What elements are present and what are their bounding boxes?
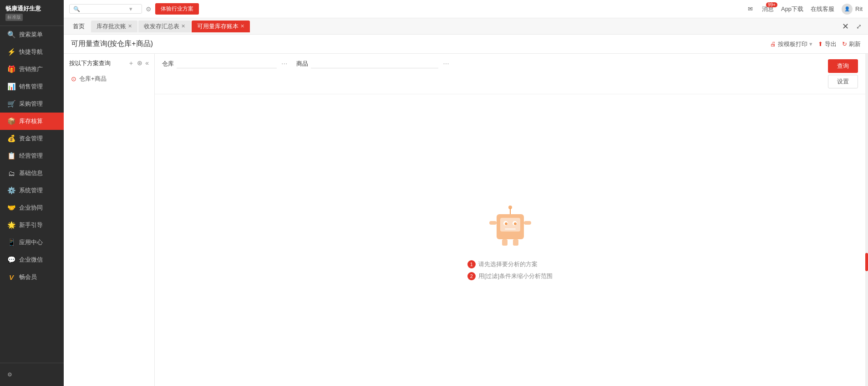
money-icon: 💰 <box>7 134 15 143</box>
app-version: 标准版 <box>5 14 23 21</box>
empty-state: 1 请先选择要分析的方案 2 用[过滤]条件来缩小分析范围 <box>155 94 865 386</box>
refresh-button[interactable]: ↻ 刷新 <box>842 40 861 48</box>
search-icon: 🔍 <box>7 31 15 39</box>
sidebar-bottom-settings[interactable]: ⚙ <box>5 368 59 381</box>
scrollbar-thumb[interactable] <box>865 253 868 271</box>
sidebar-item-basic[interactable]: 🗂 基础信息 <box>0 165 64 182</box>
user-name: Rit <box>855 5 863 12</box>
sidebar: 畅康通好生意 标准版 🔍 搜索菜单 ⚡ 快捷导航 🎁 营销推广 📊 销售管理 🛒… <box>0 0 64 386</box>
scheme-item-warehouse-goods[interactable]: ⊙ 仓库+商品 <box>64 71 154 87</box>
goods-input[interactable] <box>311 59 438 68</box>
sidebar-item-marketing[interactable]: 🎁 营销推广 <box>0 61 64 78</box>
warehouse-more-icon[interactable]: ··· <box>281 60 287 68</box>
print-icon: 🖨 <box>770 41 776 47</box>
empty-illustration <box>483 198 538 253</box>
left-panel-header: 按以下方案查询 ＋ ⊛ « <box>64 57 154 71</box>
tab-batch-ledger-close[interactable]: ✕ <box>128 23 132 29</box>
app-download-link[interactable]: App下载 <box>781 5 803 13</box>
sidebar-nav: 🔍 搜索菜单 ⚡ 快捷导航 🎁 营销推广 📊 销售管理 🛒 采购管理 📦 库存核… <box>0 26 64 363</box>
settings-scheme-icon[interactable]: ⊛ <box>137 59 142 67</box>
print-dropdown-icon[interactable]: ▾ <box>809 41 812 47</box>
settings-icon: ⚙ <box>7 371 12 378</box>
svg-point-8 <box>508 206 512 209</box>
tab-recv-summary-label: 收发存汇总表 <box>144 22 179 31</box>
tab-available-ledger[interactable]: 可用量库存账本 ✕ <box>192 21 250 32</box>
svg-rect-12 <box>524 221 531 225</box>
avatar[interactable]: 👤 <box>842 4 853 15</box>
export-icon: ⬆ <box>818 41 823 47</box>
industry-solution-button[interactable]: 体验行业方案 <box>155 3 199 15</box>
tab-close-button[interactable]: ✕ <box>839 21 852 32</box>
refresh-icon: ↻ <box>842 41 847 47</box>
dropdown-icon[interactable]: ▾ <box>129 5 132 12</box>
add-scheme-icon[interactable]: ＋ <box>128 59 134 67</box>
sidebar-item-inventory[interactable]: 📦 库存核算 <box>0 113 64 130</box>
right-scrollbar[interactable] <box>865 54 868 386</box>
warehouse-input[interactable] <box>177 59 277 68</box>
sidebar-item-newbie[interactable]: 🌟 新手引导 <box>0 216 64 234</box>
topbar-gear-icon[interactable]: ⚙ <box>146 5 152 13</box>
export-button[interactable]: ⬆ 导出 <box>818 40 837 48</box>
gift-icon: 🎁 <box>7 65 15 73</box>
hint-num-2: 2 <box>467 272 476 280</box>
tab-recv-summary-close[interactable]: ✕ <box>181 23 185 29</box>
tab-expand-button[interactable]: ⤢ <box>853 22 864 31</box>
svg-point-4 <box>505 222 508 225</box>
content-body: 按以下方案查询 ＋ ⊛ « ⊙ 仓库+商品 仓库 ··· <box>64 54 868 386</box>
settings-button[interactable]: 设置 <box>828 75 858 88</box>
sidebar-item-purchase[interactable]: 🛒 采购管理 <box>0 95 64 113</box>
scheme-item-label: 仓库+商品 <box>79 75 107 83</box>
warehouse-label: 仓库 <box>162 60 174 68</box>
svg-point-5 <box>514 222 517 225</box>
tab-home-label: 首页 <box>73 22 85 31</box>
tab-available-ledger-close[interactable]: ✕ <box>240 23 244 29</box>
left-panel-title: 按以下方案查询 <box>69 59 111 67</box>
topbar-search-input[interactable] <box>82 6 127 12</box>
topbar-search-box[interactable]: 🔍 ▾ <box>69 4 142 14</box>
message-icon-container[interactable]: ✉ 99+ 消息 <box>748 5 774 13</box>
sidebar-item-corp[interactable]: 🤝 企业协同 <box>0 199 64 216</box>
svg-rect-11 <box>489 221 497 225</box>
empty-hint-1: 1 请先选择要分析的方案 <box>467 258 553 270</box>
handshake-icon: 🤝 <box>7 204 15 212</box>
filter-section: 仓库 ··· 商品 ··· 查询 设置 <box>155 54 865 94</box>
sidebar-item-wechat[interactable]: 💬 企业微信 <box>0 251 64 268</box>
goods-label: 商品 <box>296 60 308 68</box>
sidebar-item-sales[interactable]: 📊 销售管理 <box>0 78 64 95</box>
sidebar-logo: 畅康通好生意 标准版 <box>0 0 64 26</box>
tab-home[interactable]: 首页 <box>67 21 90 32</box>
sidebar-item-member[interactable]: V 畅会员 <box>0 268 64 286</box>
left-panel-actions: ＋ ⊛ « <box>128 59 149 67</box>
topbar-search-icon: 🔍 <box>73 6 80 12</box>
online-service-link[interactable]: 在线客服 <box>811 5 834 13</box>
sidebar-item-operations[interactable]: 📋 经营管理 <box>0 147 64 165</box>
main-area: 🔍 ▾ ⚙ 体验行业方案 ✉ 99+ 消息 App下载 在线客服 👤 Rit 首… <box>64 0 868 386</box>
sidebar-item-shortcut[interactable]: ⚡ 快捷导航 <box>0 43 64 61</box>
sidebar-item-finance[interactable]: 💰 资金管理 <box>0 130 64 147</box>
sidebar-item-appcenter[interactable]: 📱 应用中心 <box>0 234 64 251</box>
hint-text-1: 请先选择要分析的方案 <box>478 258 538 270</box>
tab-batch-ledger[interactable]: 库存批次账 ✕ <box>91 21 137 32</box>
tab-recv-summary[interactable]: 收发存汇总表 ✕ <box>138 21 191 32</box>
goods-more-icon[interactable]: ··· <box>443 60 449 68</box>
topbar-right: ✉ 99+ 消息 App下载 在线客服 👤 Rit <box>748 4 863 15</box>
app-name: 畅康通好生意 <box>5 5 58 13</box>
clipboard-icon: 📋 <box>7 152 15 160</box>
tab-batch-ledger-label: 库存批次账 <box>96 22 126 31</box>
collapse-panel-icon[interactable]: « <box>145 59 149 67</box>
scheme-icon: ⊙ <box>71 75 76 82</box>
vip-icon: V <box>7 273 15 281</box>
sidebar-bottom: ⚙ <box>0 363 64 386</box>
sidebar-item-system[interactable]: ⚙️ 系统管理 <box>0 182 64 199</box>
hint-text-2: 用[过滤]条件来缩小分析范围 <box>478 270 553 282</box>
content-header: 可用量查询(按仓库+商品) 🖨 按模板打印 ▾ ⬆ 导出 ↻ 刷新 <box>64 35 868 54</box>
sidebar-item-search[interactable]: 🔍 搜索菜单 <box>0 26 64 43</box>
chart-icon: 📊 <box>7 82 15 91</box>
filter-buttons: 查询 设置 <box>828 59 858 88</box>
svg-rect-9 <box>502 239 508 246</box>
empty-hints: 1 请先选择要分析的方案 2 用[过滤]条件来缩小分析范围 <box>467 258 553 282</box>
query-button[interactable]: 查询 <box>828 59 858 73</box>
tabs-bar: 首页 库存批次账 ✕ 收发存汇总表 ✕ 可用量库存账本 ✕ ✕ ⤢ <box>64 18 868 35</box>
print-button[interactable]: 🖨 按模板打印 ▾ <box>770 40 812 48</box>
warehouse-filter: 仓库 ··· <box>162 59 287 68</box>
